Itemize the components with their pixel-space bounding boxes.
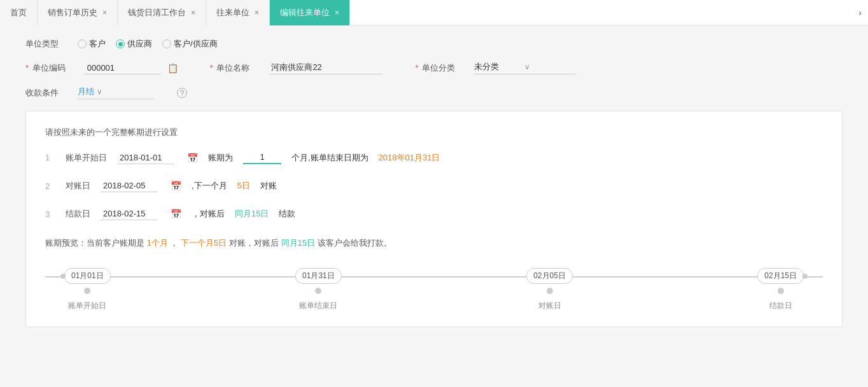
unit-type-label: 单位类型: [25, 38, 59, 50]
tabs-bar: 首页 销售订单历史 × 钱货日清工作台 × 往来单位 × 编辑往来单位 × ›: [0, 0, 868, 25]
tl-dot-3: [547, 288, 553, 294]
payment-date-input[interactable]: [101, 208, 158, 220]
preview-text: 账期预览：当前客户账期是 1个月 ， 下一个月5日 对账，对账后 同月15日 该…: [45, 236, 823, 250]
setting-row-3: 3 结款日 📅 ，对账后同月15日 结款: [45, 208, 823, 220]
payment-date-cal-icon[interactable]: 📅: [171, 209, 181, 219]
tl-point-3: 02月05日 对账日: [526, 268, 573, 311]
radio-both-label: 客户/供应商: [174, 38, 218, 50]
tab-partner-close[interactable]: ×: [255, 8, 259, 17]
preview-part2: 下一个月5日: [181, 238, 227, 248]
setting-row-2: 2 对账日 📅 ,下一个月5日 对账: [45, 179, 823, 192]
radio-supplier-label: 供应商: [127, 38, 152, 50]
preview-sep2: 对账，对账后: [229, 238, 279, 248]
radio-customer-label: 客户: [89, 38, 106, 50]
tab-partner-label: 往来单位: [216, 7, 249, 18]
preview-part3: 同月15日: [281, 238, 315, 248]
tl-dot-2: [315, 288, 321, 294]
payment-terms-help[interactable]: ?: [177, 88, 187, 98]
start-date-input[interactable]: [117, 151, 174, 164]
tl-label-4: 结款日: [769, 300, 792, 311]
tl-label-2: 账单结束日: [299, 300, 337, 311]
unit-category-label: * 单位分类: [415, 62, 455, 74]
preview-suffix: 该客户会给我打款。: [318, 238, 392, 248]
tl-point-1: 01月01日 账单开始日: [64, 268, 111, 311]
payment-terms-value: 月结: [78, 86, 94, 97]
tab-partner[interactable]: 往来单位 ×: [206, 0, 270, 25]
preview-label: 账期预览：当前客户账期是: [45, 238, 144, 248]
row-label-2: 对账日: [66, 180, 90, 192]
tl-point-4: 02月15日 结款日: [757, 268, 804, 311]
tl-right-end: [802, 274, 808, 279]
unit-category-select[interactable]: 未分类 ∨: [474, 61, 576, 74]
tl-label-1: 账单开始日: [68, 300, 106, 311]
row2-suffix2: 对账: [260, 180, 277, 192]
tab-sales-history[interactable]: 销售订单历史 ×: [38, 0, 118, 25]
unit-type-row: 单位类型 客户 供应商 客户/供应商: [25, 38, 843, 50]
row3-prefix: ，对账后: [192, 208, 225, 220]
unit-category-star: *: [415, 63, 418, 73]
unit-category-arrow: ∨: [524, 62, 530, 71]
row1-suffix: 个月,账单结束日期为: [291, 152, 368, 164]
payment-terms-arrow: ∨: [97, 87, 102, 96]
payment-terms-row: 收款条件 月结 ∨ ?: [25, 86, 843, 99]
unit-name-input[interactable]: [269, 62, 383, 74]
start-date-cal-icon[interactable]: 📅: [187, 153, 198, 163]
radio-supplier[interactable]: 供应商: [116, 38, 152, 50]
radio-customer-circle: [78, 39, 87, 48]
radio-both[interactable]: 客户/供应商: [162, 38, 218, 50]
radio-both-circle: [162, 39, 171, 48]
tl-label-3: 对账日: [538, 300, 561, 311]
period-month-input[interactable]: [243, 151, 281, 164]
setting-row-1: 1 账单开始日 📅 账期为 个月,账单结束日期为 2018年01月31日: [45, 151, 823, 164]
timeline-points: 01月01日 账单开始日 01月31日 账单结束日 02月05日 对账日 02月…: [64, 268, 804, 311]
row-num-1: 1: [45, 153, 55, 162]
preview-sep1: ，: [170, 238, 178, 248]
settings-box: 请按照未来的一个完整帐期进行设置 1 账单开始日 📅 账期为 个月,账单结束日期…: [25, 111, 843, 327]
payment-terms-select[interactable]: 月结 ∨: [78, 86, 154, 99]
row-num-3: 3: [45, 209, 55, 219]
unit-code-label: * 单位编码: [25, 62, 66, 74]
unit-category-value: 未分类: [474, 61, 499, 73]
row1-end-date: 2018年01月31日: [379, 152, 440, 164]
unit-code-input[interactable]: [85, 62, 161, 74]
row2-day: 5日: [237, 180, 250, 192]
tl-pill-2: 01月31日: [295, 268, 342, 284]
tab-home[interactable]: 首页: [0, 0, 38, 25]
tl-dot-4: [778, 288, 784, 294]
tab-cash-work-label: 钱货日清工作台: [128, 7, 186, 18]
row-num-2: 2: [45, 181, 55, 191]
tl-pill-3: 02月05日: [526, 268, 573, 284]
unit-code-star: *: [25, 63, 29, 73]
settings-title: 请按照未来的一个完整帐期进行设置: [45, 127, 823, 138]
unit-info-row: * 单位编码 📋 * 单位名称 * 单位分类 未分类 ∨: [25, 61, 843, 74]
tl-point-2: 01月31日 账单结束日: [295, 268, 342, 311]
row3-day: 同月15日: [235, 208, 269, 220]
timeline: 01月01日 账单开始日 01月31日 账单结束日 02月05日 对账日 02月…: [45, 268, 823, 311]
preview-part1: 1个月: [147, 238, 168, 248]
unit-name-star: *: [210, 63, 213, 73]
reconcile-date-input[interactable]: [101, 179, 158, 192]
payment-terms-label: 收款条件: [25, 87, 59, 99]
tab-edit-partner[interactable]: 编辑往来单位 ×: [270, 0, 350, 25]
unit-code-field-wrapper: 📋: [85, 62, 178, 74]
tab-edit-partner-close[interactable]: ×: [335, 8, 339, 17]
tab-home-label: 首页: [10, 7, 27, 18]
tl-pill-4: 02月15日: [757, 268, 804, 284]
tab-cash-work[interactable]: 钱货日清工作台 ×: [118, 0, 206, 25]
tab-sales-history-close[interactable]: ×: [102, 8, 107, 17]
unit-code-icon[interactable]: 📋: [167, 63, 178, 73]
reconcile-date-cal-icon[interactable]: 📅: [171, 181, 181, 191]
radio-customer[interactable]: 客户: [78, 38, 106, 50]
row2-prefix: ,下一个月: [192, 180, 227, 192]
tab-edit-partner-label: 编辑往来单位: [280, 7, 330, 18]
row1-suffix-pre: 账期为: [208, 152, 233, 164]
tabs-chevron[interactable]: ›: [852, 8, 868, 18]
row-label-1: 账单开始日: [66, 152, 107, 164]
main-content: 单位类型 客户 供应商 客户/供应商 * 单位编码 📋 *: [0, 25, 868, 387]
unit-type-radio-group: 客户 供应商 客户/供应商: [78, 38, 218, 50]
row-label-3: 结款日: [66, 208, 90, 220]
tl-pill-1: 01月01日: [64, 268, 111, 284]
tab-cash-work-close[interactable]: ×: [191, 8, 195, 17]
row3-suffix2: 结款: [279, 208, 295, 220]
tab-sales-history-label: 销售订单历史: [48, 7, 97, 18]
